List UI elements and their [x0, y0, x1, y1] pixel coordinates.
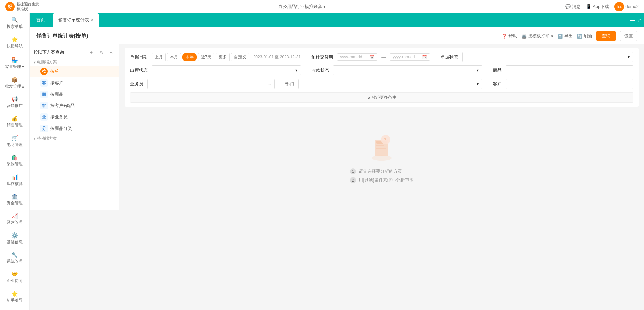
- avatar: Ea: [614, 2, 624, 11]
- help-icon: ❓: [502, 34, 507, 39]
- sidebar-item-search[interactable]: 🔍 搜索菜单: [0, 13, 29, 33]
- department-select[interactable]: ▾: [298, 79, 482, 89]
- empty-hint-2: 2 用[过滤]条件来缩小分析范围: [350, 177, 413, 183]
- sidebar-item-purchase[interactable]: 🛍️ 采购管理: [0, 151, 29, 170]
- chevron-up-icon: ∧: [368, 95, 371, 100]
- date-btn-more[interactable]: 更多: [216, 53, 230, 61]
- search-icon: 🔍: [1, 17, 28, 23]
- print-icon: 🖨️: [521, 34, 527, 39]
- message-icon: 💬: [565, 4, 571, 9]
- tree-section-mobile[interactable]: ▸ 移动端方案: [30, 134, 119, 142]
- print-template-button[interactable]: 🖨️ 按模板打印 ▾: [521, 33, 553, 39]
- operations-icon: 📈: [1, 213, 28, 219]
- filter-row-1: 单据日期 上月 本月 本年 近7天 更多 自定义 2023-01-01 至 20…: [130, 52, 633, 62]
- tree-item-by-salesperson[interactable]: 业 按业务员: [30, 111, 119, 123]
- collapse-panel-button[interactable]: «: [108, 49, 115, 56]
- date-btn-this-month[interactable]: 本月: [167, 53, 181, 61]
- date-btn-7days[interactable]: 近7天: [198, 53, 214, 61]
- customer-more-icon[interactable]: ···: [626, 82, 630, 86]
- payment-status-select[interactable]: ▾: [333, 65, 482, 75]
- filter-row-3: 业务员 ··· 部门 ▾ 客户: [130, 79, 633, 89]
- calendar-icon-2: 📅: [422, 55, 427, 59]
- expected-delivery-end[interactable]: yyyy-mm-dd 📅: [390, 53, 430, 61]
- tree-item-icon-goods: 商: [40, 91, 48, 98]
- tab-minimize-icon[interactable]: —: [630, 17, 635, 23]
- sidebar-item-retail[interactable]: 🏪 零售管理 ▾: [0, 54, 29, 73]
- edit-scheme-button[interactable]: ✎: [98, 49, 105, 56]
- export-button[interactable]: ⬆️ 导出: [557, 33, 573, 39]
- sidebar-item-operations[interactable]: 📈 经营管理: [0, 209, 29, 229]
- sidebar-item-finance[interactable]: 🏦 资金管理: [0, 190, 29, 209]
- chevron-right-icon: ▸: [34, 136, 36, 141]
- sidebar-item-wholesale[interactable]: 📦 批发管理 ▴: [0, 73, 29, 93]
- sidebar-item-sales[interactable]: 💰 销售管理: [0, 112, 29, 132]
- tree-item-by-customer-goods[interactable]: 客 按客户+商品: [30, 100, 119, 111]
- star-icon: ⭐: [1, 36, 28, 43]
- tab-close-button[interactable]: ×: [91, 18, 93, 22]
- inventory-icon: 📊: [1, 174, 28, 180]
- sidebar-item-apps[interactable]: 📱 应用中心: [0, 307, 29, 310]
- user-menu[interactable]: Ea demo2: [614, 2, 639, 11]
- chevron-down-icon: ▾: [477, 68, 479, 73]
- tree-section-pc[interactable]: ▾ 电脑端方案: [30, 58, 119, 66]
- sidebar-item-enterprise[interactable]: 🤝 企业协同: [0, 268, 29, 287]
- query-button[interactable]: 查询: [596, 31, 616, 41]
- svg-text:?: ?: [384, 137, 386, 142]
- date-label: 单据日期: [130, 54, 148, 60]
- add-scheme-button[interactable]: +: [88, 49, 95, 56]
- tree-item-by-goods[interactable]: 商 按商品: [30, 89, 119, 100]
- chevron-down-icon: ▾: [628, 55, 630, 59]
- salesperson-field[interactable]: ···: [147, 79, 275, 89]
- page-actions: ❓ 帮助 🖨️ 按模板打印 ▾ ⬆️ 导出 �: [502, 31, 637, 41]
- sidebar-item-system[interactable]: 🔧 系统管理: [0, 248, 29, 268]
- tab-maximize-icon[interactable]: ⤢: [637, 17, 641, 23]
- sidebar-item-ecommerce[interactable]: 🛒 电商管理: [0, 132, 29, 151]
- tab-home[interactable]: 首页: [30, 13, 52, 27]
- logo-text: 畅捷通好生意 标准版: [17, 2, 39, 11]
- tree-item-by-customer[interactable]: 客 按客户: [30, 77, 119, 89]
- salesperson-more-icon[interactable]: ···: [268, 82, 271, 86]
- message-button[interactable]: 💬 消息: [565, 4, 581, 10]
- out-status-select[interactable]: ▾: [152, 65, 301, 75]
- company-dropdown[interactable]: 办公用品行业模拟账套 ▾: [278, 4, 326, 10]
- out-status-label: 出库状态: [130, 67, 148, 73]
- goods-field[interactable]: ···: [506, 65, 633, 75]
- expected-delivery-start[interactable]: yyyy-mm-dd 📅: [337, 53, 377, 61]
- customer-field[interactable]: ···: [506, 79, 633, 89]
- refresh-button[interactable]: 🔄 刷新: [577, 33, 592, 39]
- tab-bar-actions: — ⤢: [630, 17, 644, 23]
- bill-status-select[interactable]: ▾: [462, 52, 633, 62]
- top-bar-left: 好 畅捷通好生意 标准版: [5, 2, 39, 11]
- settings-button[interactable]: 设置: [620, 31, 637, 41]
- tree-item-by-order[interactable]: 按 按单: [30, 66, 119, 77]
- calendar-icon: 📅: [369, 55, 374, 59]
- phone-icon: 📱: [586, 4, 591, 9]
- empty-hints: 1 请先选择要分析的方案 2 用[过滤]条件来缩小分析范围: [350, 168, 413, 186]
- empty-illustration: ?: [365, 130, 398, 163]
- tab-sales-order[interactable]: 销售订单统计表 ×: [53, 13, 99, 27]
- sidebar-item-guide[interactable]: 🌟 新手引导: [0, 287, 29, 307]
- goods-label: 商品: [493, 67, 502, 73]
- top-bar-right: 💬 消息 📱 App下载 Ea demo2: [565, 2, 639, 11]
- retail-icon: 🏪: [1, 57, 28, 63]
- date-btn-last-month[interactable]: 上月: [152, 53, 166, 61]
- collapse-filter-button[interactable]: ∧ 收起更多条件: [130, 92, 633, 103]
- left-panel-icons: + ✎ «: [88, 49, 115, 56]
- goods-more-icon[interactable]: ···: [626, 68, 630, 73]
- enterprise-icon: 🤝: [1, 271, 28, 277]
- help-button[interactable]: ❓ 帮助: [502, 33, 517, 39]
- app-download-button[interactable]: 📱 App下载: [586, 4, 609, 10]
- sidebar-item-shortcut[interactable]: ⭐ 快捷导航: [0, 33, 29, 52]
- sidebar-item-inventory[interactable]: 📊 库存核算: [0, 170, 29, 190]
- date-btn-this-year[interactable]: 本年: [182, 53, 197, 61]
- filter-row-2: 出库状态 ▾ 收款状态 ▾ 商品: [130, 65, 633, 75]
- sidebar-item-basic[interactable]: ⚙️ 基础信息: [0, 229, 29, 248]
- main-split: 按以下方案查询 + ✎ « ▾ 电脑端方案 按 按单: [30, 44, 644, 210]
- empty-hint-1: 1 请先选择要分析的方案: [350, 168, 413, 174]
- date-btn-custom[interactable]: 自定义: [231, 53, 249, 61]
- sales-icon: 💰: [1, 115, 28, 122]
- svg-rect-4: [376, 148, 386, 149]
- tree-item-by-category[interactable]: 分 按商品分类: [30, 123, 119, 134]
- salesperson-label: 业务员: [130, 81, 143, 87]
- sidebar-item-marketing[interactable]: 📢 营销推广: [0, 93, 29, 112]
